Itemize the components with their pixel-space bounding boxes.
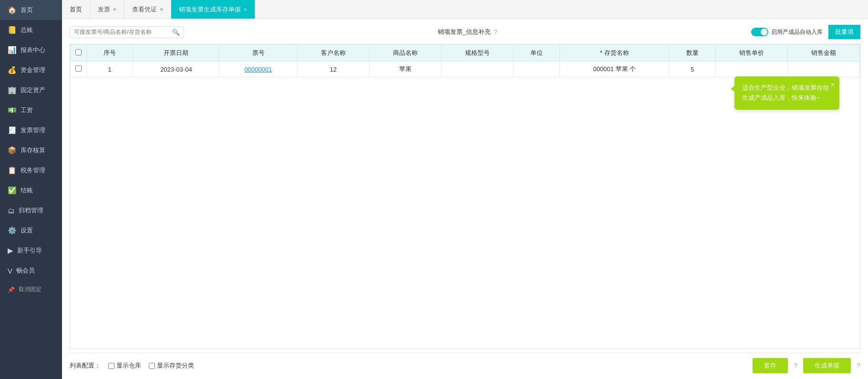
batch-fill-button[interactable]: 批量填: [828, 25, 860, 39]
sidebar-item-label: 归档管理: [19, 206, 43, 215]
sidebar-item-label: 库存核算: [21, 146, 45, 155]
auto-stock-toggle[interactable]: [751, 28, 768, 36]
finance-icon: 💰: [8, 66, 17, 74]
show-warehouse-label[interactable]: 显示仓库: [108, 361, 141, 370]
row-checkbox[interactable]: [75, 65, 82, 72]
home-icon: 🏠: [8, 6, 17, 14]
th-inventory: * 存货名称: [560, 45, 669, 62]
sidebar-item-label: 资金管理: [21, 66, 45, 74]
bottom-bar: 列表配置： 显示仓库 显示存货分类 暂存 ? 生成单据 ?: [70, 353, 860, 373]
show-category-checkbox[interactable]: [149, 363, 155, 369]
th-checkbox: [71, 45, 87, 62]
list-config-label: 列表配置：: [70, 361, 101, 370]
show-category-label[interactable]: 显示存货分类: [149, 361, 194, 370]
sidebar-item-label: 设置: [21, 226, 33, 235]
tab-voucher[interactable]: 查看凭证 ×: [124, 0, 171, 19]
sidebar-item-label: 报表中心: [21, 46, 45, 54]
toolbar-row: 🔍 销项发票_信息补充 ? 启用产成品自动入库 批量填: [70, 25, 860, 39]
sidebar-item-guide[interactable]: ▶ 新手引导: [0, 241, 62, 261]
tab-invoice-label: 发票: [98, 5, 110, 14]
sidebar-item-home[interactable]: 🏠 首页: [0, 0, 62, 20]
ledger-icon: 📒: [8, 26, 17, 34]
sidebar-item-label: 发票管理: [21, 126, 45, 135]
tab-home[interactable]: 首页: [62, 0, 90, 19]
tab-stock-label: 销项发票生成库存单据: [179, 5, 241, 14]
sidebar-item-label: 税务管理: [21, 166, 45, 175]
sidebar-item-close[interactable]: ✅ 结账: [0, 180, 62, 200]
sidebar-item-salary[interactable]: 💵 工资: [0, 100, 62, 120]
table-row: 1 2023-03-04 00000001 12 苹果 000001 苹果 个 …: [71, 62, 860, 77]
search-icon: 🔍: [172, 29, 180, 36]
archive-icon: 🗂: [8, 207, 15, 215]
sidebar-item-assets[interactable]: 🏢 固定资产: [0, 80, 62, 100]
tab-voucher-close[interactable]: ×: [160, 6, 163, 13]
guide-icon: ▶: [8, 246, 13, 255]
sidebar-item-label: 首页: [21, 6, 33, 14]
gear-icon: ⚙️: [8, 226, 17, 235]
info-text: 销项发票_信息补充: [438, 28, 491, 36]
sidebar-item-label: 工资: [21, 106, 33, 115]
td-unit-price: [715, 62, 787, 77]
sidebar-item-settings[interactable]: ⚙️ 设置: [0, 221, 62, 241]
sidebar-item-reports[interactable]: 📊 报表中心: [0, 40, 62, 60]
td-amount: [787, 62, 859, 77]
table-header-row: 序号 开票日期 票号 客户名称 商品名称 规格型号 单位 * 存货名称 数量 销…: [71, 45, 860, 62]
sidebar-item-tax[interactable]: 📋 税务管理: [0, 160, 62, 180]
main-content: 首页 发票 × 查看凭证 × 销项发票生成库存单据 × 🔍 销项发票_信息补充 …: [62, 0, 868, 379]
th-seq: 序号: [87, 45, 133, 62]
search-input[interactable]: [74, 29, 169, 35]
reports-icon: 📊: [8, 46, 17, 54]
td-qty: 5: [669, 62, 715, 77]
sidebar-item-label: 新手引导: [17, 246, 42, 255]
salary-icon: 💵: [8, 106, 17, 115]
tab-invoice-close[interactable]: ×: [113, 6, 116, 13]
invoice-mgmt-icon: 🧾: [8, 126, 17, 135]
list-config: 列表配置： 显示仓库 显示存货分类: [70, 361, 194, 370]
tab-stock-close[interactable]: ×: [244, 6, 247, 13]
save-button[interactable]: 暂存: [753, 358, 788, 373]
show-warehouse-checkbox[interactable]: [108, 363, 114, 369]
sidebar-item-label: 结账: [21, 186, 33, 195]
action-buttons: 暂存 ? 生成单据 ?: [753, 358, 860, 373]
generate-button[interactable]: 生成单据: [803, 358, 851, 373]
td-customer: 12: [297, 62, 369, 77]
sidebar-item-inventory[interactable]: 📦 库存核算: [0, 140, 62, 160]
sidebar-item-vip[interactable]: V 畅会员: [0, 261, 62, 281]
td-inventory: 000001 苹果 个: [560, 62, 669, 77]
sidebar-item-invoice-mgmt[interactable]: 🧾 发票管理: [0, 120, 62, 140]
toggle-group: 启用产成品自动入库: [751, 28, 823, 36]
tab-invoice[interactable]: 发票 ×: [90, 0, 124, 19]
td-seq: 1: [87, 62, 133, 77]
th-unit: 单位: [514, 45, 560, 62]
search-box[interactable]: 🔍: [70, 26, 184, 38]
tooltip-text: 适合生产型企业，销项发票自动生成产成品入库，快来体验~: [742, 84, 829, 101]
tooltip-popup: × 适合生产型企业，销项发票自动生成产成品入库，快来体验~: [734, 76, 839, 110]
td-checkbox: [71, 62, 87, 77]
td-ticket-no[interactable]: 00000001: [219, 62, 297, 77]
close-books-icon: ✅: [8, 186, 17, 195]
th-customer: 客户名称: [297, 45, 369, 62]
save-help-icon[interactable]: ?: [794, 362, 797, 369]
sidebar: 🏠 首页 📒 总账 📊 报表中心 💰 资金管理 🏢 固定资产 💵 工资 🧾 发票…: [0, 0, 62, 379]
sidebar-item-ledger[interactable]: 📒 总账: [0, 20, 62, 40]
data-table: 序号 开票日期 票号 客户名称 商品名称 规格型号 单位 * 存货名称 数量 销…: [70, 44, 860, 77]
tab-home-label: 首页: [70, 5, 82, 14]
generate-help-icon[interactable]: ?: [857, 362, 860, 369]
th-qty: 数量: [669, 45, 715, 62]
sidebar-item-archive[interactable]: 🗂 归档管理: [0, 200, 62, 221]
toggle-label: 启用产成品自动入库: [771, 28, 823, 36]
td-spec: [441, 62, 513, 77]
th-amount: 销售金额: [787, 45, 859, 62]
td-date: 2023-03-04: [133, 62, 219, 77]
tab-voucher-label: 查看凭证: [132, 5, 157, 14]
sidebar-fix-bottom[interactable]: 📌 取消固定: [0, 281, 62, 298]
td-unit: [514, 62, 560, 77]
tab-stock[interactable]: 销项发票生成库存单据 ×: [171, 0, 255, 19]
content-area: 🔍 销项发票_信息补充 ? 启用产成品自动入库 批量填: [62, 19, 868, 379]
tooltip-close-button[interactable]: ×: [831, 79, 835, 90]
select-all-checkbox[interactable]: [75, 49, 82, 55]
sidebar-item-finance[interactable]: 💰 资金管理: [0, 60, 62, 80]
right-toolbar: 启用产成品自动入库 批量填: [751, 25, 860, 39]
pin-icon: 📌: [8, 286, 15, 293]
info-help-icon[interactable]: ?: [494, 28, 497, 36]
